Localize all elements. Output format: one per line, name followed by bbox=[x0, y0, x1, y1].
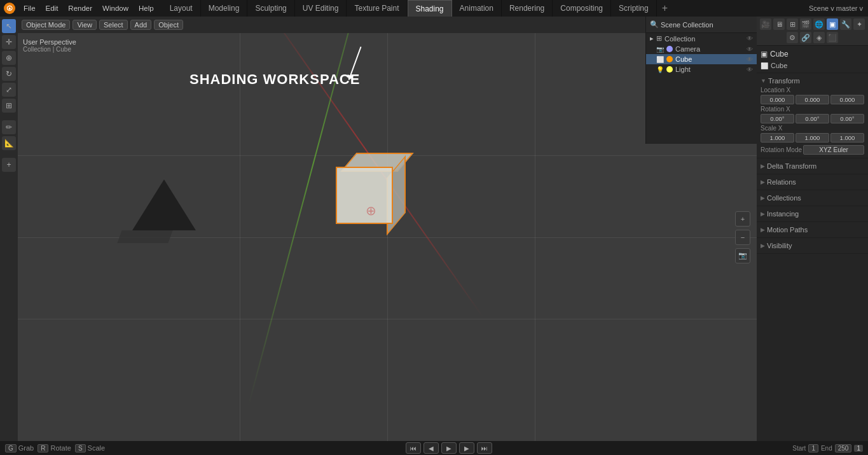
tab-rendering[interactable]: Rendering bbox=[502, 0, 553, 17]
relations-label: Relations bbox=[767, 178, 796, 186]
play-btn[interactable]: ▶ bbox=[441, 442, 457, 454]
tool-scale[interactable]: ⤢ bbox=[2, 83, 16, 97]
prop-constraints-icon[interactable]: 🔗 bbox=[800, 32, 811, 43]
menu-help[interactable]: Help bbox=[134, 3, 158, 13]
relations-title[interactable]: ▶ Relations bbox=[761, 176, 864, 188]
camera-view-btn[interactable]: 📷 bbox=[735, 248, 750, 263]
prop-scene-icon[interactable]: 🎬 bbox=[800, 18, 811, 30]
end-frame-label: End bbox=[821, 445, 832, 452]
outliner-item-collection[interactable]: ▸ ⊞ Collection 👁 bbox=[646, 33, 757, 44]
tool-select[interactable]: ↖ bbox=[2, 19, 16, 33]
visibility-title[interactable]: ▶ Visibility bbox=[761, 240, 864, 251]
camera-object[interactable] bbox=[132, 179, 196, 230]
prop-physics-icon[interactable]: ⚙ bbox=[787, 32, 798, 43]
location-x-field[interactable]: 0.000 bbox=[761, 95, 794, 104]
tab-shading[interactable]: Shading bbox=[408, 0, 452, 17]
tool-transform[interactable]: ⊞ bbox=[2, 99, 16, 113]
scale-label: Scale X bbox=[761, 125, 796, 132]
prop-output-icon[interactable]: 🖥 bbox=[773, 18, 785, 30]
frame-info: Start 1 End 250 1 bbox=[792, 444, 863, 452]
outliner-title: Scene Collection bbox=[661, 21, 713, 29]
light-name: Light bbox=[675, 66, 691, 73]
tab-texture-paint[interactable]: Texture Paint bbox=[347, 0, 407, 17]
scale-label: Scale bbox=[88, 444, 106, 452]
prop-particles-icon[interactable]: ✦ bbox=[853, 18, 865, 30]
transform-title[interactable]: ▼ Transform bbox=[761, 75, 864, 87]
tab-uv-editing[interactable]: UV Editing bbox=[295, 0, 347, 17]
tab-scripting[interactable]: Scripting bbox=[611, 0, 657, 17]
prop-modifier-icon[interactable]: 🔧 bbox=[840, 18, 851, 30]
prop-material-icon[interactable]: ⬛ bbox=[827, 32, 838, 43]
menu-window[interactable]: Window bbox=[98, 3, 133, 13]
outliner-item-light[interactable]: 💡 Light 👁 bbox=[646, 64, 757, 74]
motion-paths-title[interactable]: ▶ Motion Paths bbox=[761, 224, 864, 235]
rotate-key: R bbox=[38, 444, 48, 452]
tab-layout[interactable]: Layout bbox=[162, 0, 201, 17]
rotation-y-field[interactable]: 0.00° bbox=[796, 114, 829, 123]
tool-annotate[interactable]: ✏ bbox=[2, 120, 16, 134]
zoom-out-btn[interactable]: − bbox=[735, 230, 750, 245]
rotation-x-field[interactable]: 0.00° bbox=[761, 114, 794, 123]
visibility-collapse-icon: ▶ bbox=[761, 242, 765, 249]
top-bar-right: Scene v master v bbox=[804, 4, 868, 12]
tab-animation[interactable]: Animation bbox=[452, 0, 502, 17]
prop-render-icon[interactable]: 🎥 bbox=[760, 18, 771, 30]
zoom-in-btn[interactable]: + bbox=[735, 211, 750, 227]
frame-end-btn[interactable]: ⏭ bbox=[477, 442, 492, 454]
object-mode-btn[interactable]: Object Mode bbox=[22, 20, 70, 30]
tab-sculpting[interactable]: Sculpting bbox=[247, 0, 294, 17]
current-frame-number[interactable]: 1 bbox=[854, 445, 863, 452]
tool-measure[interactable]: 📐 bbox=[2, 136, 16, 150]
rotation-mode-value[interactable]: XYZ Euler bbox=[803, 145, 864, 155]
prop-data-icon[interactable]: ◈ bbox=[813, 32, 825, 43]
menu-edit[interactable]: Edit bbox=[41, 3, 63, 13]
collections-title[interactable]: ▶ Collections bbox=[761, 192, 864, 204]
tool-move[interactable]: ⊕ bbox=[2, 51, 16, 65]
scale-z-field[interactable]: 1.000 bbox=[830, 133, 864, 143]
outliner-arrow: ▸ bbox=[650, 34, 654, 43]
outliner-item-cube[interactable]: ⬜ Cube 👁 bbox=[646, 54, 757, 64]
frame-start-btn[interactable]: ⏮ bbox=[406, 442, 421, 454]
scale-x-field[interactable]: 1.000 bbox=[761, 133, 794, 143]
right-panel: 🎥 🖥 ⊞ 🎬 🌐 ▣ 🔧 ✦ ⚙ 🔗 ◈ ⬛ ▣ Cube ⬜ Cube ▼ … bbox=[757, 17, 868, 441]
prop-view-layer-icon[interactable]: ⊞ bbox=[787, 18, 798, 30]
tool-cursor[interactable]: ✛ bbox=[2, 35, 16, 49]
vis-icon: 👁 bbox=[747, 35, 753, 42]
outliner-item-camera[interactable]: 📷 Camera 👁 bbox=[646, 44, 757, 54]
cube-object[interactable]: ⊕ bbox=[323, 148, 406, 230]
blender-logo[interactable]: ⦿ bbox=[4, 3, 15, 14]
location-y-field[interactable]: 0.000 bbox=[796, 95, 829, 104]
view-btn[interactable]: View bbox=[72, 20, 97, 30]
next-frame-btn[interactable]: ▶ bbox=[459, 442, 474, 454]
frame-start-val[interactable]: 1 bbox=[808, 444, 818, 452]
properties-title: Cube bbox=[770, 50, 789, 59]
delta-transform-label: Delta Transform bbox=[767, 162, 816, 170]
current-frame-label: Start bbox=[792, 445, 806, 452]
scale-y-field[interactable]: 1.000 bbox=[796, 133, 829, 143]
instancing-collapse-icon: ▶ bbox=[761, 211, 765, 217]
grid-v3 bbox=[535, 33, 535, 441]
prop-object-icon[interactable]: ▣ bbox=[827, 18, 838, 30]
frame-end-val[interactable]: 250 bbox=[835, 444, 852, 452]
prop-world-icon[interactable]: 🌐 bbox=[813, 18, 825, 30]
object-btn[interactable]: Object bbox=[154, 20, 183, 30]
rotation-z-field[interactable]: 0.00° bbox=[830, 114, 864, 123]
menu-file[interactable]: File bbox=[19, 3, 40, 13]
transform-label: Transform bbox=[768, 77, 800, 85]
add-btn[interactable]: Add bbox=[130, 20, 152, 30]
rotate-label: Rotate bbox=[50, 444, 71, 452]
location-z-field[interactable]: 0.000 bbox=[830, 95, 864, 104]
visibility-label: Visibility bbox=[767, 242, 792, 249]
delta-transform-title[interactable]: ▶ Delta Transform bbox=[761, 160, 864, 172]
top-bar: ⦿ File Edit Render Window Help Layout Mo… bbox=[0, 0, 868, 17]
select-btn[interactable]: Select bbox=[99, 20, 128, 30]
instancing-title[interactable]: ▶ Instancing bbox=[761, 208, 864, 220]
add-tab-button[interactable]: + bbox=[657, 0, 673, 17]
menu-render[interactable]: Render bbox=[64, 3, 97, 13]
tab-compositing[interactable]: Compositing bbox=[553, 0, 611, 17]
tool-rotate[interactable]: ↻ bbox=[2, 67, 16, 81]
prev-frame-btn[interactable]: ◀ bbox=[424, 442, 439, 454]
tab-modeling[interactable]: Modeling bbox=[201, 0, 248, 17]
motion-paths-section: ▶ Motion Paths bbox=[757, 222, 868, 238]
tool-add[interactable]: + bbox=[2, 158, 16, 172]
